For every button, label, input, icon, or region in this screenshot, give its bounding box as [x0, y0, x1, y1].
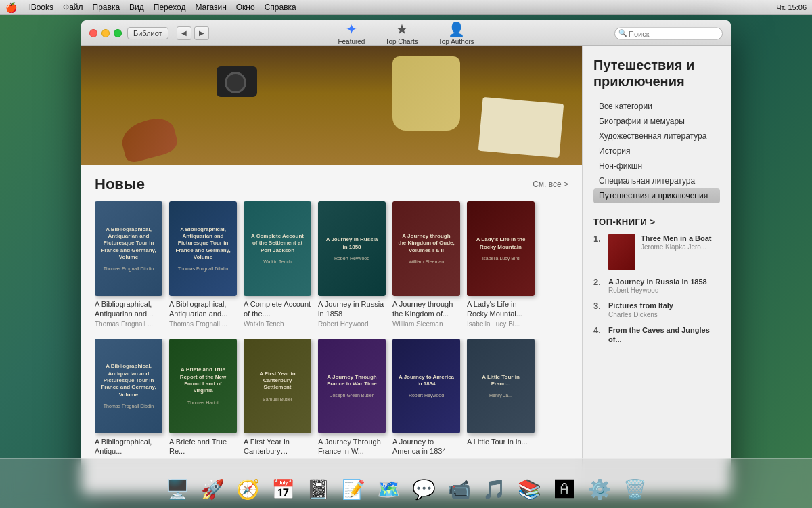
category-item-nonfiction[interactable]: Нон-фикшн [593, 158, 720, 173]
dock-item-launchpad[interactable]: 🚀 [196, 473, 229, 505]
dock-item-safari[interactable]: 🧭 [231, 473, 264, 505]
toolbar-center: ✦ Featured ★ Top Charts 👤 Top Authors [338, 21, 474, 45]
top-book-info: Pictures from Italy Charles Dickens [608, 301, 720, 318]
search-input[interactable] [614, 27, 723, 39]
search-box[interactable]: 🔍 [614, 26, 723, 39]
book-cover-title: A Bibliographical, Antiquarian and Pictu… [175, 226, 231, 261]
book-item[interactable]: A Lady's Life in the Rocky Mountain Isab… [467, 201, 535, 328]
top-book-item[interactable]: 4. From the Caves and Jungles of... [593, 325, 720, 345]
book-cover-author: Joseph Green Butler [330, 393, 374, 398]
top-book-info: Three Men in a Boat Jerome Klapka Jero..… [641, 234, 720, 251]
section-title: Новые [95, 175, 145, 193]
titlebar: Библиот ◀ ▶ ✦ Featured ★ Top Charts 👤 To… [81, 20, 731, 46]
book-item[interactable]: A Little Tour in Franc... Henry Ja... A … [467, 339, 535, 457]
book-item[interactable]: A Journey in Russia in 1858 Robert Heywo… [318, 201, 386, 328]
dock-item-messages[interactable]: 💬 [407, 473, 440, 505]
dock-item-contacts[interactable]: 📓 [302, 473, 334, 505]
maximize-button[interactable] [114, 29, 122, 37]
book-item[interactable]: A Complete Account of the Settlement at … [244, 201, 311, 328]
menu-help[interactable]: Справка [265, 3, 296, 12]
book-cover-title: A Journey Through France in War Time [323, 374, 380, 388]
book-cover: A Complete Account of the Settlement at … [244, 201, 311, 296]
category-item-bio[interactable]: Биографии и мемуары [593, 114, 720, 129]
book-cover-author: Watkin Tench [263, 259, 292, 264]
featured-icon: ✦ [346, 21, 357, 37]
menu-view[interactable]: Вид [129, 3, 144, 12]
category-item-history[interactable]: История [593, 144, 720, 158]
menu-window[interactable]: Окно [236, 3, 255, 12]
top-book-title: From the Caves and Jungles of... [608, 325, 720, 345]
dock-item-systemprefs[interactable]: ⚙️ [583, 473, 616, 505]
book-info-title: A Lady's Life in Rocky Mountai... [467, 299, 535, 319]
dock-item-ibooks[interactable]: 📚 [513, 473, 545, 505]
book-info-title: A First Year in Canterbury Settlement [244, 437, 311, 457]
top-book-item[interactable]: 1. Three Men in a Boat Jerome Klapka Jer… [593, 234, 720, 270]
book-item[interactable]: A Journey to America in 1834 Robert Heyw… [392, 339, 460, 457]
menubar-time: Чт. 15:06 [776, 3, 807, 12]
category-item-all[interactable]: Все категории [593, 99, 720, 114]
menubar: 🍎 iBooks Файл Правка Вид Переход Магазин… [0, 0, 812, 15]
book-info-author: Thomas Frognall ... [95, 320, 162, 328]
dock-item-notes[interactable]: 📝 [337, 473, 369, 505]
top-authors-label: Top Authors [438, 38, 474, 45]
book-info-title: A Journey Through France in W... [318, 437, 386, 457]
new-section: Новые См. все > A Bibliographical, Antiq… [81, 165, 582, 467]
book-item[interactable]: A Bibliographical, Antiquarian and Pictu… [95, 339, 162, 457]
hero-banner [81, 46, 582, 165]
featured-button[interactable]: ✦ Featured [338, 21, 365, 45]
book-cover: A Journey to America in 1834 Robert Heyw… [392, 339, 460, 433]
nav-buttons: ◀ ▶ [177, 26, 209, 40]
category-item-fiction[interactable]: Художественная литература [593, 129, 720, 144]
banner-shoes [118, 114, 180, 165]
menu-edit[interactable]: Правка [93, 3, 120, 12]
dock-item-facetime[interactable]: 📹 [443, 473, 475, 505]
top-book-item[interactable]: 2. A Journey in Russia in 1858 Robert He… [593, 277, 720, 294]
dock-item-calendar[interactable]: 📅 [267, 473, 299, 505]
dock-item-itunes[interactable]: 🎵 [478, 473, 510, 505]
menu-go[interactable]: Переход [154, 3, 186, 12]
dock-item-appstore[interactable]: 🅰 [548, 473, 581, 505]
book-cover-author: Thomas Frognall Dibdin [104, 266, 154, 271]
apple-menu[interactable]: 🍎 [5, 2, 17, 13]
menu-ibooks[interactable]: iBooks [29, 3, 53, 12]
featured-label: Featured [338, 38, 365, 45]
book-item[interactable]: A First Year in Canterbury Settlement Sa… [244, 339, 311, 457]
see-all-link[interactable]: См. все > [533, 179, 568, 189]
section-header: Новые См. все > [95, 175, 568, 193]
top-charts-button[interactable]: ★ Top Charts [385, 21, 418, 45]
top-book-author: Jerome Klapka Jero... [641, 243, 720, 251]
book-item[interactable]: A Journey Through France in War Time Jos… [318, 339, 386, 457]
menu-store[interactable]: Магазин [195, 3, 226, 12]
book-cover-author: Robert Heywood [334, 256, 369, 261]
dock-item-trash[interactable]: 🗑️ [618, 473, 651, 505]
book-item[interactable]: A Bibliographical, Antiquarian and Pictu… [95, 201, 162, 328]
dock-item-finder[interactable]: 🖥️ [161, 473, 194, 505]
menu-file[interactable]: Файл [63, 3, 83, 12]
top-authors-button[interactable]: 👤 Top Authors [438, 21, 474, 45]
traffic-lights [89, 29, 122, 37]
banner-backpack [392, 56, 460, 131]
forward-button[interactable]: ▶ [194, 26, 209, 40]
top-authors-icon: 👤 [448, 21, 465, 37]
book-cover: A Journey through the Kingdom of Oude, V… [392, 201, 460, 296]
top-books-header[interactable]: ТОП-КНИГИ > [593, 217, 720, 227]
book-item[interactable]: A Bibliographical, Antiquarian and Pictu… [169, 201, 237, 328]
top-book-item[interactable]: 3. Pictures from Italy Charles Dickens [593, 301, 720, 318]
book-item[interactable]: A Journey through the Kingdom of Oude, V… [392, 201, 460, 328]
banner-camera [217, 66, 257, 97]
category-item-special[interactable]: Специальная литература [593, 173, 720, 188]
book-info-title: A Bibliographical, Antiqu... [95, 437, 162, 457]
library-button[interactable]: Библиот [127, 27, 168, 39]
banner-background [81, 46, 582, 165]
book-info-title: A Bibliographical, Antiquarian and... [169, 299, 237, 319]
dock-item-maps[interactable]: 🗺️ [372, 473, 405, 505]
book-item[interactable]: A Briefe and True Report of the New Foun… [169, 339, 237, 457]
close-button[interactable] [89, 29, 97, 37]
banner-map [478, 97, 564, 158]
book-cover-title: A Journey in Russia in 1858 [323, 236, 380, 251]
back-button[interactable]: ◀ [177, 26, 191, 40]
minimize-button[interactable] [102, 29, 110, 37]
book-cover: A Journey in Russia in 1858 Robert Heywo… [318, 201, 386, 296]
book-info-title: A Briefe and True Re... [169, 437, 237, 457]
category-item-travel[interactable]: Путешествия и приключения [593, 188, 720, 203]
